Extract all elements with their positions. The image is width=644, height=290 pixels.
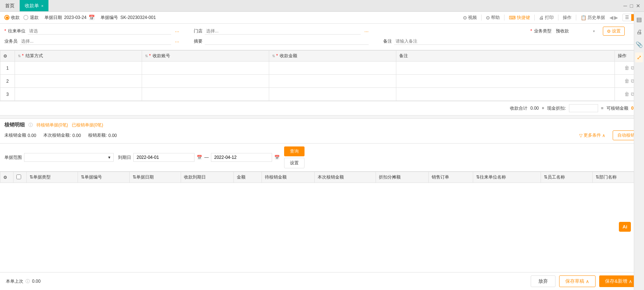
col-amount-header: ⇅ * 收款金额 <box>269 51 396 62</box>
radio-receive[interactable]: 收款 <box>4 15 20 21</box>
sidebar-attach-icon[interactable]: 📎 <box>634 40 644 50</box>
query-button[interactable]: 查询 <box>284 146 305 156</box>
table-gear-icon[interactable]: ⚙ <box>3 54 7 59</box>
history-btn[interactable]: 📋 历史单据 <box>581 15 605 21</box>
cal-start-icon[interactable]: 📅 <box>197 155 202 160</box>
summary-input[interactable] <box>205 38 369 45</box>
sidebar-print-icon[interactable]: 🖨 <box>635 27 644 37</box>
bottom-col-discount: 折扣分摊额 <box>376 172 428 183</box>
sidebar-table-icon[interactable]: ▤ <box>635 15 643 24</box>
range-select[interactable]: ▾ <box>24 153 114 162</box>
restore-icon[interactable]: □ <box>630 3 633 9</box>
print-icon: 🖨 <box>539 15 544 20</box>
bottom-col-check[interactable] <box>13 172 27 183</box>
bottom-col-date: ⇅单据日期 <box>129 172 181 183</box>
row-note-2[interactable] <box>396 75 615 88</box>
biz-type-arrow[interactable]: ▾ <box>593 29 595 33</box>
more-conditions-label: 更多条件 <box>584 132 601 138</box>
note-input[interactable] <box>394 38 640 45</box>
equals-sign: = <box>601 106 604 111</box>
row-account-2[interactable] <box>142 75 269 88</box>
delete-icon-3[interactable]: 🗑 <box>624 91 629 97</box>
help-btn[interactable]: ⊙ 帮助 <box>486 15 500 21</box>
row-amount-1[interactable] <box>269 62 396 75</box>
pending-tab[interactable]: 待核销单据(0笔) <box>36 122 68 128</box>
footer-left: 本单上次 ⓘ 0.00 <box>6 278 40 285</box>
tab-active[interactable]: 收款单 × <box>20 0 48 11</box>
shop-input[interactable] <box>205 28 361 35</box>
info-circle-icon[interactable]: ⓘ <box>25 278 30 285</box>
counterpart-input[interactable] <box>28 28 171 35</box>
filter-setting-button[interactable]: 设置 <box>284 158 305 168</box>
tab-bar: 首页 收款单 × ─ □ ✕ <box>0 0 644 12</box>
bottom-col-number: ⇅单据编号 <box>78 172 129 183</box>
draft-button[interactable]: 保存草稿 ∧ <box>559 275 596 287</box>
bottom-col-amount: 金额 <box>233 172 262 183</box>
save-button[interactable]: 保存&新增 ∧ <box>599 275 638 287</box>
table-row: 3 🗑 ⧉ <box>0 88 644 101</box>
discount-input[interactable] <box>569 104 598 112</box>
help-label: 帮助 <box>491 15 500 21</box>
bottom-col-gear[interactable]: ⚙ <box>0 172 13 183</box>
right-sidebar: ▤ 🖨 📎 ⤢ <box>634 12 644 290</box>
ai-badge[interactable]: Ai <box>619 222 631 232</box>
check-all[interactable] <box>16 175 21 179</box>
row-settlement-1[interactable] <box>15 62 142 75</box>
counterpart-more-btn[interactable]: ··· <box>175 28 179 34</box>
range-field: 单据范围 ▾ <box>4 153 114 162</box>
staff-more-btn[interactable]: ··· <box>175 39 179 44</box>
row-note-1[interactable] <box>396 62 615 75</box>
shop-more-btn[interactable]: ··· <box>364 28 369 34</box>
toolbar: 收款 退款 单据日期 2023-03-24 📅 单据编号 SK-20230324… <box>0 12 644 24</box>
date-label: 单据日期 <box>44 15 62 21</box>
info-icon[interactable]: ⓘ <box>28 122 33 128</box>
row-settlement-3[interactable] <box>15 88 142 101</box>
list-view-btn[interactable]: ☰ <box>623 14 631 21</box>
col-setting-header[interactable]: ⚙ <box>0 51 15 62</box>
delete-icon-1[interactable]: 🗑 <box>624 65 629 71</box>
date-start-input[interactable] <box>133 153 195 162</box>
staff-field: 业务员 ··· <box>4 38 179 45</box>
tab-close-icon[interactable]: × <box>41 4 43 8</box>
date-end-input[interactable] <box>211 153 272 162</box>
shortcut-btn[interactable]: ⌨ 快捷键 <box>509 15 530 21</box>
next-arrow[interactable]: ▶ <box>614 15 618 20</box>
done-tab[interactable]: 已核销单据(0笔) <box>72 122 103 128</box>
video-btn[interactable]: ⊙ 视频 <box>463 15 477 21</box>
abandon-button[interactable]: 放弃 <box>531 275 555 287</box>
this-cancel-value: 0.00 <box>72 133 81 138</box>
radio-refund[interactable]: 退款 <box>23 15 39 21</box>
action-btn[interactable]: 操作 <box>563 15 572 21</box>
minimize-icon[interactable]: ─ <box>624 3 627 9</box>
row-note-3[interactable] <box>396 88 615 101</box>
settings-button[interactable]: ⚙ 设置 <box>603 27 625 36</box>
row-settlement-2[interactable] <box>15 75 142 88</box>
sidebar-expand-icon[interactable]: ⤢ <box>635 52 643 62</box>
reconcile-header: 核销明细 ⓘ 待核销单据(0笔) 已核销单据(0笔) <box>4 122 640 128</box>
row-account-1[interactable] <box>142 62 269 75</box>
print-btn[interactable]: 🖨 打印 <box>539 15 554 21</box>
bottom-col-counterpart: ⇅往来单位名称 <box>473 172 541 183</box>
staff-input[interactable] <box>20 38 171 45</box>
more-conditions-btn[interactable]: ▽ 更多条件 ∧ <box>579 132 605 138</box>
staff-label: 业务员 <box>4 38 17 44</box>
delete-icon-2[interactable]: 🗑 <box>624 78 629 84</box>
total-value: 0.00 <box>530 106 539 111</box>
range-arrow: ▾ <box>108 155 110 160</box>
row-account-3[interactable] <box>142 88 269 101</box>
print-label: 打印 <box>545 15 554 21</box>
close-window-icon[interactable]: ✕ <box>636 3 640 9</box>
last-label: 本单上次 <box>6 278 23 285</box>
row-amount-2[interactable] <box>269 75 396 88</box>
prev-arrow[interactable]: ◀ <box>609 15 613 20</box>
filter-buttons: 查询 设置 <box>284 146 305 168</box>
calendar-icon[interactable]: 📅 <box>89 15 95 20</box>
form-row-2: 业务员 ··· 摘要 备注 <box>4 38 640 45</box>
cal-end-icon[interactable]: 📅 <box>274 155 280 160</box>
chevron-up-icon: ∧ <box>602 133 605 138</box>
col-account-header: ⇅ * 收款账号 <box>142 51 269 62</box>
row-amount-3[interactable] <box>269 88 396 101</box>
bottom-gear-icon[interactable]: ⚙ <box>3 175 7 180</box>
range-label: 单据范围 <box>4 154 22 161</box>
tab-home[interactable]: 首页 <box>0 0 20 11</box>
